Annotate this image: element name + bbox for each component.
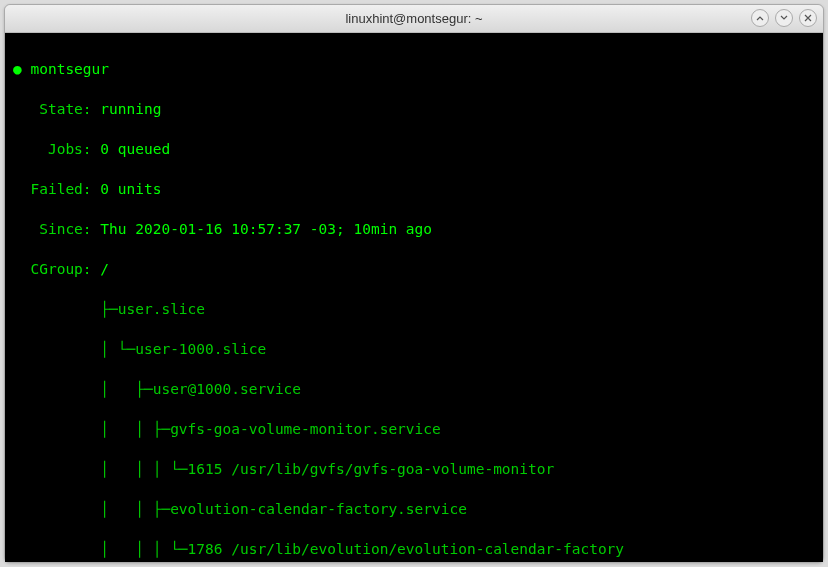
jobs-label: Jobs:	[13, 141, 92, 157]
status-bullet: ●	[13, 61, 22, 77]
maximize-button[interactable]	[775, 9, 793, 27]
tree-line: ├─user.slice	[13, 299, 815, 319]
cgroup-label: CGroup:	[13, 261, 92, 277]
tree-line: │ │ │ └─1786 /usr/lib/evolution/evolutio…	[13, 539, 815, 559]
state-value: running	[100, 101, 161, 117]
jobs-value: 0 queued	[100, 141, 170, 157]
since-value: Thu 2020-01-16 10:57:37 -03; 10min ago	[100, 221, 432, 237]
cgroup-value: /	[100, 261, 109, 277]
window-controls	[751, 9, 817, 27]
since-label: Since:	[13, 221, 92, 237]
terminal-window: linuxhint@montsegur: ~ ● montsegur State…	[4, 4, 824, 563]
window-title: linuxhint@montsegur: ~	[345, 11, 482, 26]
close-button[interactable]	[799, 9, 817, 27]
tree-line: │ │ │ └─1615 /usr/lib/gvfs/gvfs-goa-volu…	[13, 459, 815, 479]
tree-line: │ └─user-1000.slice	[13, 339, 815, 359]
tree-line: │ ├─user@1000.service	[13, 379, 815, 399]
failed-label: Failed:	[13, 181, 92, 197]
terminal-content[interactable]: ● montsegur State: running Jobs: 0 queue…	[5, 33, 823, 562]
failed-value: 0 units	[100, 181, 161, 197]
hostname: montsegur	[30, 61, 109, 77]
state-label: State:	[13, 101, 92, 117]
titlebar: linuxhint@montsegur: ~	[5, 5, 823, 33]
tree-line: │ │ ├─gvfs-goa-volume-monitor.service	[13, 419, 815, 439]
minimize-button[interactable]	[751, 9, 769, 27]
tree-line: │ │ ├─evolution-calendar-factory.service	[13, 499, 815, 519]
